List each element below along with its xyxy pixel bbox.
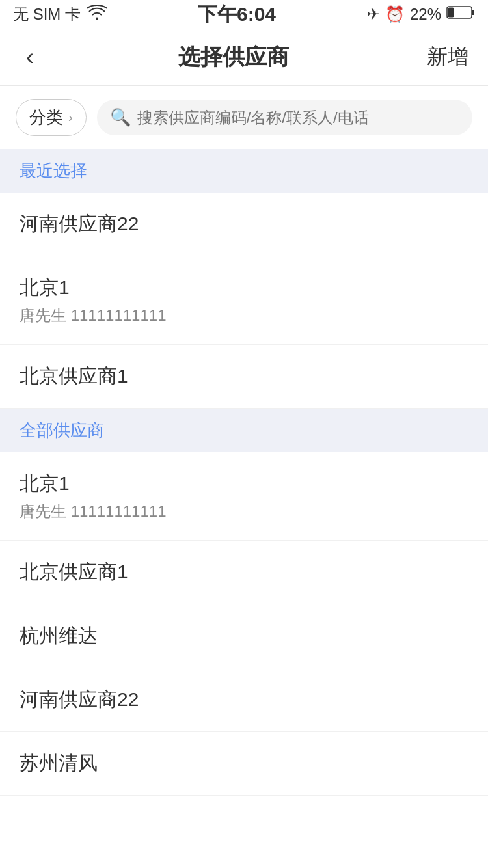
recent-list-item[interactable]: 河南供应商22 <box>0 193 488 256</box>
status-right: ✈ ⏰ 22% <box>367 5 475 23</box>
recent-list: 河南供应商22北京1唐先生 11111111111北京供应商1 <box>0 193 488 409</box>
item-name: 北京供应商1 <box>20 363 468 390</box>
all-list-item[interactable]: 苏州清风 <box>0 732 488 796</box>
all-section-label: 全部供应商 <box>20 420 104 440</box>
recent-section-header: 最近选择 <box>0 149 488 193</box>
search-icon: 🔍 <box>110 107 131 128</box>
all-list-item[interactable]: 北京供应商1 <box>0 541 488 604</box>
search-input[interactable] <box>137 109 459 127</box>
item-name: 北京供应商1 <box>20 559 468 586</box>
svg-rect-2 <box>448 8 454 18</box>
item-sub: 唐先生 11111111111 <box>20 305 468 326</box>
recent-list-item[interactable]: 北京1唐先生 11111111111 <box>0 256 488 345</box>
category-button[interactable]: 分类 › <box>16 99 87 136</box>
status-time: 下午6:04 <box>198 1 276 28</box>
battery-percent: 22% <box>410 5 441 23</box>
recent-section-label: 最近选择 <box>20 161 87 180</box>
page-title: 选择供应商 <box>178 42 289 72</box>
category-label: 分类 <box>29 106 63 129</box>
item-name: 河南供应商22 <box>20 686 468 713</box>
battery-icon <box>446 5 475 23</box>
svg-rect-1 <box>472 10 474 15</box>
all-list: 北京1唐先生 11111111111北京供应商1杭州维达河南供应商22苏州清风 <box>0 452 488 796</box>
filter-bar: 分类 › 🔍 <box>0 86 488 149</box>
all-list-item[interactable]: 北京1唐先生 11111111111 <box>0 452 488 541</box>
item-name: 北京1 <box>20 275 468 301</box>
sim-status: 无 SIM 卡 <box>13 4 81 25</box>
add-button[interactable]: 新增 <box>427 43 468 72</box>
item-name: 杭州维达 <box>20 623 468 649</box>
chevron-right-icon: › <box>68 110 73 125</box>
all-list-item[interactable]: 杭州维达 <box>0 604 488 668</box>
status-bar: 无 SIM 卡 下午6:04 ✈ ⏰ 22% <box>0 0 488 29</box>
item-name: 河南供应商22 <box>20 211 468 237</box>
wifi-icon <box>87 5 107 23</box>
item-name: 苏州清风 <box>20 750 468 777</box>
all-section-header: 全部供应商 <box>0 409 488 452</box>
status-left: 无 SIM 卡 <box>13 4 107 25</box>
alarm-icon: ⏰ <box>385 5 405 23</box>
item-name: 北京1 <box>20 470 468 497</box>
all-list-item[interactable]: 河南供应商22 <box>0 668 488 732</box>
nav-bar: ‹ 选择供应商 新增 <box>0 29 488 86</box>
recent-list-item[interactable]: 北京供应商1 <box>0 345 488 409</box>
back-button[interactable]: ‹ <box>20 37 40 77</box>
search-box: 🔍 <box>97 100 472 135</box>
item-sub: 唐先生 11111111111 <box>20 501 468 522</box>
location-icon: ✈ <box>367 5 380 23</box>
